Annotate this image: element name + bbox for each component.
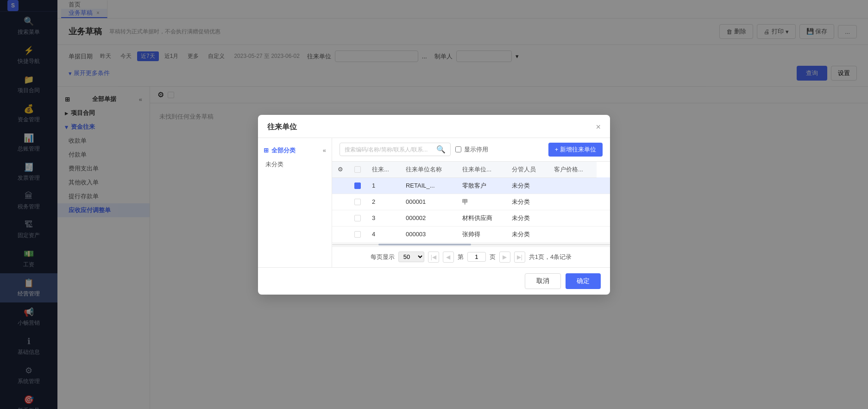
row-settings xyxy=(332,226,349,242)
row-settings xyxy=(332,177,349,194)
row-price-level xyxy=(597,177,610,194)
show-disabled-checkbox[interactable] xyxy=(455,146,461,152)
search-icon: 🔍 xyxy=(436,145,446,154)
page-suffix: 页 xyxy=(490,253,496,261)
row-name: 材料供应商 xyxy=(457,210,506,226)
table-row[interactable]: 3 000002 材料供应商 未分类 xyxy=(332,210,610,226)
row-num: 4 xyxy=(366,226,400,242)
dialog-table-panel: 🔍 显示停用 + 新增往来单位 ⚙ xyxy=(332,138,610,267)
scrollbar-thumb xyxy=(378,244,471,245)
row-assignee xyxy=(548,177,597,194)
col-partner-cat-header: 往来单位... xyxy=(457,162,506,178)
last-page-button[interactable]: ▶| xyxy=(514,252,525,263)
row-num: 3 xyxy=(366,210,400,226)
row-settings xyxy=(332,194,349,210)
table-row[interactable]: 2 000001 甲 未分类 xyxy=(332,194,610,210)
row-category: 未分类 xyxy=(506,226,548,242)
dialog-footer: 取消 确定 xyxy=(258,267,610,295)
first-page-button[interactable]: |◀ xyxy=(428,252,439,263)
dialog-table-body: 1 RETAIL_... 零散客户 未分类 2 000001 甲 未分类 3 0… xyxy=(332,177,610,242)
row-num: 2 xyxy=(366,194,400,210)
row-assignee xyxy=(548,210,597,226)
row-checkbox[interactable] xyxy=(354,215,361,221)
page-label: 第 xyxy=(458,253,464,261)
dialog-data-table: ⚙ 往来... 往来单位名称 往来单位... 分管人员 客户价格... xyxy=(332,162,610,243)
row-settings xyxy=(332,210,349,226)
category-collapse-icon[interactable]: « xyxy=(323,147,326,154)
row-code: RETAIL_... xyxy=(400,177,457,194)
page-input[interactable] xyxy=(467,252,486,262)
prev-page-button[interactable]: ◀ xyxy=(443,252,454,263)
row-checkbox-cell xyxy=(349,194,366,210)
col-price-level-header: 客户价格... xyxy=(548,162,597,178)
category-grid-icon: ⊞ xyxy=(264,147,269,154)
row-checkbox[interactable] xyxy=(354,199,361,205)
table-row[interactable]: 1 RETAIL_... 零散客户 未分类 xyxy=(332,177,610,194)
cancel-button[interactable]: 取消 xyxy=(525,273,561,289)
dialog-pagination: 每页显示 50 100 |◀ ◀ 第 页 ▶ ▶| 共1页，4条记录 xyxy=(332,246,610,267)
col-partner-code-header: 往来... xyxy=(366,162,400,178)
partner-dialog: 往来单位 × ⊞ 全部分类 « 未分类 xyxy=(258,115,610,295)
dialog-title: 往来单位 xyxy=(267,122,297,132)
category-items-container: 未分类 xyxy=(258,157,332,171)
add-partner-button[interactable]: + 新增往来单位 xyxy=(548,143,603,157)
col-assignee-header: 分管人员 xyxy=(506,162,548,178)
row-code: 000002 xyxy=(400,210,457,226)
col-partner-name-header: 往来单位名称 xyxy=(400,162,457,178)
col-checkbox xyxy=(349,162,366,178)
dialog-close-button[interactable]: × xyxy=(596,122,601,132)
partner-table: ⚙ 往来... 往来单位名称 往来单位... 分管人员 客户价格... xyxy=(332,162,610,243)
table-row[interactable]: 4 000003 张帅得 未分类 xyxy=(332,226,610,242)
table-scrollbar[interactable] xyxy=(332,243,610,246)
header-checkbox[interactable] xyxy=(354,166,361,173)
per-page-select[interactable]: 50 100 xyxy=(398,252,424,262)
row-category: 未分类 xyxy=(506,177,548,194)
total-info: 共1页，4条记录 xyxy=(529,253,572,261)
dialog-overlay: 往来单位 × ⊞ 全部分类 « 未分类 xyxy=(0,0,868,409)
category-item-uncategorized[interactable]: 未分类 xyxy=(258,157,332,171)
per-page-label: 每页显示 xyxy=(371,253,395,261)
category-panel: ⊞ 全部分类 « 未分类 xyxy=(258,138,332,267)
row-num: 1 xyxy=(366,177,400,194)
row-name: 张帅得 xyxy=(457,226,506,242)
dialog-body: ⊞ 全部分类 « 未分类 🔍 xyxy=(258,138,610,267)
col-settings: ⚙ xyxy=(332,162,349,178)
row-name: 甲 xyxy=(457,194,506,210)
row-price-level xyxy=(597,194,610,210)
dialog-header: 往来单位 × xyxy=(258,115,610,138)
row-assignee xyxy=(548,194,597,210)
confirm-button[interactable]: 确定 xyxy=(566,273,601,289)
row-price-level xyxy=(597,210,610,226)
row-checkbox-cell xyxy=(349,177,366,194)
next-page-button[interactable]: ▶ xyxy=(499,252,510,263)
scrollbar-track xyxy=(332,244,610,245)
dialog-toolbar: 🔍 显示停用 + 新增往来单位 xyxy=(332,138,610,162)
row-checkbox[interactable] xyxy=(354,182,361,189)
row-assignee xyxy=(548,226,597,242)
row-checkbox[interactable] xyxy=(354,231,361,238)
search-input[interactable] xyxy=(345,146,434,153)
row-category: 未分类 xyxy=(506,210,548,226)
show-disabled-control: 显示停用 xyxy=(455,145,488,154)
row-name: 零散客户 xyxy=(457,177,506,194)
category-header: ⊞ 全部分类 « xyxy=(258,144,332,157)
row-checkbox-cell xyxy=(349,210,366,226)
table-header: ⚙ 往来... 往来单位名称 往来单位... 分管人员 客户价格... xyxy=(332,162,610,178)
row-checkbox-cell xyxy=(349,226,366,242)
category-header-label: 全部分类 xyxy=(271,146,296,155)
row-price-level xyxy=(597,226,610,242)
row-code: 000003 xyxy=(400,226,457,242)
row-category: 未分类 xyxy=(506,194,548,210)
row-code: 000001 xyxy=(400,194,457,210)
show-disabled-label: 显示停用 xyxy=(464,145,488,154)
search-box: 🔍 xyxy=(340,143,451,156)
